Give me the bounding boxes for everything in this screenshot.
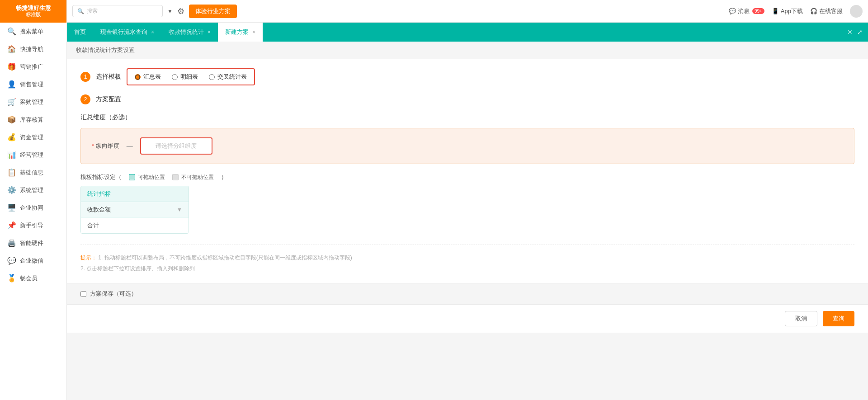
dimension-required-label: * 纵向维度 (92, 142, 119, 150)
form-section: 1 选择模板 汇总表 明细表 交叉统计表 (67, 59, 868, 283)
cart-icon: 🛒 (7, 98, 16, 106)
medal-icon: 🏅 (7, 274, 16, 282)
sidebar-item-system[interactable]: ⚙️ 系统管理 (0, 181, 66, 199)
indicator-settings-title: 模板指标设定（ 可拖动位置 不可拖动位置 ） (80, 173, 854, 181)
clipboard-icon: 📋 (7, 168, 16, 177)
sidebar-item-label: 资金管理 (20, 133, 43, 141)
sidebar-item-label: 基础信息 (20, 169, 43, 177)
tab-new-plan-label: 新建方案 (225, 28, 249, 36)
draggable-label: 可拖动位置 (138, 174, 165, 181)
template-summary[interactable]: 汇总表 (135, 73, 161, 81)
indicator-sub-label: 合计 (87, 222, 99, 229)
sidebar-item-search-menu[interactable]: 🔍 搜索菜单 (0, 23, 66, 40)
chevron-down-icon[interactable]: ▼ (177, 207, 182, 213)
dimension-section-title: 汇总维度（必选） (80, 113, 854, 122)
sidebar-item-sales[interactable]: 👤 销售管理 (0, 75, 66, 93)
dimension-row: * 纵向维度 — 请选择分组维度 (92, 137, 843, 155)
template-summary-radio[interactable] (135, 74, 141, 80)
sidebar-item-label: 搜索菜单 (20, 28, 43, 36)
template-cross[interactable]: 交叉统计表 (209, 73, 247, 81)
messages-label: 消息 (738, 7, 750, 15)
dimension-arrow: — (127, 142, 133, 150)
user-avatar[interactable] (850, 5, 863, 18)
step2-label: 方案配置 (96, 95, 121, 104)
close-window-icon[interactable]: ✕ (847, 28, 853, 36)
template-detail-radio[interactable] (172, 74, 178, 80)
sidebar-item-label: 企业微信 (20, 257, 43, 265)
sidebar-item-operation[interactable]: 📊 经营管理 (0, 146, 66, 164)
template-cross-radio[interactable] (209, 74, 215, 80)
template-detail[interactable]: 明细表 (172, 73, 198, 81)
messages-action[interactable]: 💬 消息 99+ (729, 7, 764, 15)
main-area: 🔍 搜索 ▼ ⚙ 体验行业方案 💬 消息 99+ 📱 App下载 🎧 在线客服 (67, 0, 868, 400)
sidebar-item-label: 经营管理 (20, 151, 43, 159)
save-plan-label[interactable]: 方案保存（可选） (90, 290, 137, 298)
query-button[interactable]: 查询 (823, 311, 854, 326)
chat-icon: 💬 (7, 256, 16, 265)
sidebar-item-wechat[interactable]: 💬 企业微信 (0, 252, 66, 269)
save-option-row: 方案保存（可选） (67, 283, 868, 304)
tab-home[interactable]: 首页 (67, 23, 93, 42)
sidebar-item-label: 新手引导 (20, 221, 43, 230)
template-detail-label: 明细表 (180, 73, 198, 81)
sidebar-item-label: 畅会员 (20, 274, 38, 282)
template-options: 汇总表 明细表 交叉统计表 (127, 68, 255, 85)
tab-new-plan-close[interactable]: × (252, 29, 255, 35)
tip1: 提示： 1. 拖动标题栏可以调整布局，不可跨维度或指标区域拖动栏目字段(只能在同… (80, 252, 854, 263)
tab-bank-flow-close[interactable]: × (151, 29, 154, 35)
gear-icon[interactable]: ⚙ (177, 6, 184, 16)
box-icon: 📦 (7, 115, 16, 124)
download-icon: 📱 (772, 8, 779, 14)
settings-icon: ⚙️ (7, 186, 16, 194)
page-content: 收款情况统计方案设置 1 选择模板 汇总表 明细表 (67, 42, 868, 400)
sidebar-item-guide[interactable]: 📌 新手引导 (0, 216, 66, 234)
maximize-icon[interactable]: ⤢ (857, 28, 863, 36)
indicator-title-text: 模板指标设定（ (80, 173, 122, 181)
footer-bar: 取消 查询 (67, 304, 868, 333)
sidebar-item-label: 智能硬件 (20, 239, 43, 247)
service-action[interactable]: 🎧 在线客服 (810, 7, 843, 15)
industry-btn[interactable]: 体验行业方案 (189, 5, 237, 18)
tab-bank-flow-label: 现金银行流水查询 (100, 28, 147, 36)
sidebar-item-smart-hw[interactable]: 🖨️ 智能硬件 (0, 234, 66, 252)
tab-receipts-stats-close[interactable]: × (208, 29, 211, 35)
save-plan-checkbox[interactable] (80, 291, 86, 297)
sidebar-item-capital[interactable]: 💰 资金管理 (0, 128, 66, 146)
service-icon: 🎧 (810, 8, 817, 14)
sidebar-item-purchase[interactable]: 🛒 采购管理 (0, 93, 66, 111)
indicator-table-row[interactable]: 收款金额 ▼ (81, 202, 189, 218)
indicator-sub-row: 合计 (81, 218, 189, 233)
cancel-button[interactable]: 取消 (785, 311, 817, 326)
step1-badge: 1 (80, 72, 90, 82)
sidebar-item-label: 系统管理 (20, 186, 43, 194)
dimension-select[interactable]: 请选择分组维度 (140, 137, 212, 155)
dropdown-icon[interactable]: ▼ (167, 8, 173, 14)
sidebar-item-marketing[interactable]: 🎁 营销推广 (0, 58, 66, 75)
dimension-label-text: 纵向维度 (96, 142, 119, 149)
topbar-search-box[interactable]: 🔍 搜索 (72, 5, 163, 17)
tab-bank-flow[interactable]: 现金银行流水查询 × (93, 23, 161, 42)
template-cross-label: 交叉统计表 (217, 73, 247, 81)
topbar: 🔍 搜索 ▼ ⚙ 体验行业方案 💬 消息 99+ 📱 App下载 🎧 在线客服 (67, 0, 868, 23)
tab-receipts-stats[interactable]: 收款情况统计 × (161, 23, 218, 42)
brand-logo: 畅捷通好生意 标准版 (0, 0, 66, 23)
sidebar-item-member[interactable]: 🏅 畅会员 (0, 269, 66, 287)
money-icon: 💰 (7, 133, 16, 141)
sidebar-item-inventory[interactable]: 📦 库存核算 (0, 111, 66, 128)
sidebar-item-quick-nav[interactable]: 🏠 快捷导航 (0, 40, 66, 58)
brand-version: 标准版 (26, 11, 41, 18)
message-icon: 💬 (729, 8, 736, 14)
tip2-text: 2. 点击标题栏下拉可设置排序、插入列和删除列 (80, 265, 195, 272)
tip1-text: 1. 拖动标题栏可以调整布局，不可跨维度或指标区域拖动栏目字段(只能在同一维度或… (98, 254, 352, 261)
step1-label: 选择模板 (96, 73, 121, 81)
legend-fixed: 不可拖动位置 (172, 174, 214, 181)
legend-draggable: 可拖动位置 (129, 174, 165, 181)
tab-receipts-stats-label: 收款情况统计 (169, 28, 204, 36)
download-action[interactable]: 📱 App下载 (772, 7, 803, 15)
template-summary-label: 汇总表 (143, 73, 161, 81)
sidebar-item-basic-info[interactable]: 📋 基础信息 (0, 164, 66, 181)
sidebar-item-enterprise[interactable]: 🖥️ 企业协同 (0, 199, 66, 216)
tab-new-plan[interactable]: 新建方案 × (218, 23, 263, 42)
printer-icon: 🖨️ (7, 239, 16, 247)
pin-icon: 📌 (7, 221, 16, 230)
